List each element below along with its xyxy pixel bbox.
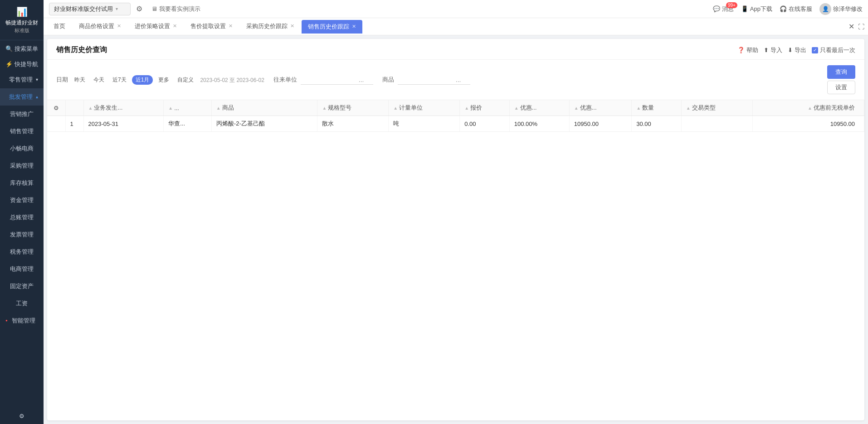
date-btn-yesterday[interactable]: 昨天 <box>72 75 88 85</box>
logo-text-line2: 标准版 <box>15 28 29 33</box>
th-unit[interactable]: ▲ 计量单位 <box>389 100 460 116</box>
from-unit-label: 往来单位 <box>273 76 297 84</box>
export-label: 导出 <box>795 46 806 54</box>
workspace-selector[interactable]: 好业财标准版交付试用 ▾ <box>49 3 131 15</box>
tabbar-close-icon[interactable]: ✕ <box>848 22 854 31</box>
th-extra-label: ... <box>174 105 179 111</box>
tab-sell-extract-close[interactable]: ✕ <box>229 23 233 29</box>
page-content: 销售历史价查询 ❓ 帮助 ⬆ 导入 ⬇ 导出 只看最后一次 <box>47 39 864 420</box>
th-pretax-sort-asc: ▲ <box>808 106 812 111</box>
sidebar-settings-btn[interactable]: ⚙ <box>0 408 44 424</box>
sidebar-item-purchase[interactable]: 采购管理 <box>0 157 44 174</box>
tab-purchase-history-close[interactable]: ✕ <box>290 23 294 29</box>
th-discount1[interactable]: ▲ 优惠... <box>509 100 569 116</box>
td-qty: 30.00 <box>632 116 681 132</box>
sidebar-item-ecommerce[interactable]: 电商管理 <box>0 260 44 278</box>
sidebar-item-marketing[interactable]: 营销推广 <box>0 106 44 123</box>
workspace-selector-arrow: ▾ <box>116 6 118 11</box>
date-btn-7days[interactable]: 近7天 <box>110 75 129 85</box>
user-menu[interactable]: 👤 徐泽华修改 <box>819 3 863 15</box>
message-btn[interactable]: 💬 消息 99+ <box>713 5 734 13</box>
sidebar-item-inventory[interactable]: 库存核算 <box>0 174 44 192</box>
td-discount1: 100.00% <box>509 116 569 132</box>
logo-text-line1: 畅捷通好业财 <box>5 19 38 26</box>
service-btn[interactable]: 🎧 在线客服 <box>780 5 812 13</box>
export-btn[interactable]: ⬇ 导出 <box>788 46 806 54</box>
tab-sell-history[interactable]: 销售历史价跟踪 ✕ <box>302 20 362 34</box>
th-biz-date-label: 业务发生... <box>94 104 122 112</box>
last-only-checkbox[interactable]: 只看最后一次 <box>812 46 855 54</box>
quick-nav-icon: ⚡ <box>5 61 13 67</box>
tab-sell-history-label: 销售历史价跟踪 <box>308 23 349 31</box>
date-btn-custom[interactable]: 自定义 <box>175 75 196 85</box>
sidebar-item-finance[interactable]: 资金管理 <box>0 192 44 209</box>
table-row[interactable]: 1 2023-05-31 华查... 丙烯酸-2-乙基己酯 散水 吨 0.00 … <box>47 116 864 132</box>
th-qty[interactable]: ▲ 数量 <box>632 100 681 116</box>
th-price-sort-asc: ▲ <box>464 106 469 111</box>
th-trade-type-label: 交易类型 <box>692 104 716 112</box>
th-discount1-label: 优惠... <box>520 104 537 112</box>
sidebar-item-smart[interactable]: 智能管理 <box>0 312 44 329</box>
settings-button[interactable]: 设置 <box>827 81 855 94</box>
from-unit-dots-btn[interactable]: ... <box>359 76 364 83</box>
th-gear[interactable]: ⚙ <box>47 100 65 116</box>
date-btn-1month[interactable]: 近1月 <box>132 75 153 85</box>
sidebar-item-invoice[interactable]: 发票管理 <box>0 226 44 243</box>
page-title: 销售历史价查询 <box>56 45 107 55</box>
tab-sell-history-close[interactable]: ✕ <box>352 24 356 29</box>
topbar-demo-btn[interactable]: 🖥 我要看实例演示 <box>151 5 200 13</box>
th-trade-type[interactable]: ▲ 交易类型 <box>681 100 752 116</box>
sidebar-item-tax[interactable]: 税务管理 <box>0 243 44 260</box>
date-btn-today[interactable]: 今天 <box>91 75 107 85</box>
checkbox-checked-icon <box>812 47 818 53</box>
topbar-gear-icon[interactable]: ⚙ <box>136 5 142 13</box>
from-unit-input[interactable] <box>302 76 357 83</box>
th-pretax-label: 优惠前无税单价 <box>814 104 855 112</box>
tab-home[interactable]: 首页 <box>47 19 72 34</box>
query-button[interactable]: 查询 <box>827 65 855 79</box>
tab-purchase-history[interactable]: 采购历史价跟踪 ✕ <box>240 19 301 34</box>
sidebar-item-retail[interactable]: 零售管理 ▾ <box>0 71 44 88</box>
th-price[interactable]: ▲ 报价 <box>460 100 509 116</box>
tab-price[interactable]: 商品价格设置 ✕ <box>73 19 127 34</box>
sidebar-item-quick-nav[interactable]: ⚡ 快捷导航 <box>0 58 44 71</box>
help-btn[interactable]: ❓ 帮助 <box>737 46 758 54</box>
sidebar-wholesale-label: 批发管理 <box>5 93 36 101</box>
th-spec[interactable]: ▲ 规格型号 <box>317 100 389 116</box>
tab-purchase-strategy-label: 进价策略设置 <box>135 22 170 30</box>
product-input[interactable] <box>400 76 454 83</box>
th-biz-date[interactable]: ▲ 业务发生... <box>83 100 164 116</box>
demo-icon: 🖥 <box>151 5 157 12</box>
product-group: 商品 ... <box>382 75 470 85</box>
sidebar-retail-arrow: ▾ <box>36 77 38 82</box>
th-unit-sort-asc: ▲ <box>393 106 398 111</box>
td-biz-date: 2023-05-31 <box>83 116 164 132</box>
th-product[interactable]: ▲ 商品 <box>211 100 317 116</box>
tab-sell-extract[interactable]: 售价提取设置 ✕ <box>184 19 239 34</box>
sidebar-item-sales[interactable]: 销售管理 <box>0 123 44 140</box>
sidebar: 📊 畅捷通好业财 标准版 🔍 搜索菜单 ⚡ 快捷导航 零售管理 ▾ 批发管理 ▴… <box>0 0 44 424</box>
search-icon: 🔍 <box>5 45 13 52</box>
sidebar-item-general-ledger[interactable]: 总账管理 <box>0 209 44 226</box>
sidebar-item-wholesale[interactable]: 批发管理 ▴ <box>0 88 44 106</box>
tab-price-close[interactable]: ✕ <box>117 23 121 29</box>
th-extra[interactable]: ▲ ... <box>164 100 212 116</box>
th-discount2[interactable]: ▲ 优惠... <box>569 100 631 116</box>
sidebar-item-search[interactable]: 🔍 搜索菜单 <box>0 40 44 58</box>
product-dots-btn[interactable]: ... <box>456 76 461 83</box>
app-download-label: App下载 <box>750 5 772 13</box>
tab-purchase-strategy-close[interactable]: ✕ <box>173 23 177 29</box>
sidebar-wholesale-arrow: ▴ <box>36 94 38 99</box>
app-download-btn[interactable]: 📱 App下载 <box>741 5 772 13</box>
th-price-label: 报价 <box>470 104 482 112</box>
sidebar-item-fixed-assets[interactable]: 固定资产 <box>0 278 44 295</box>
tab-purchase-strategy[interactable]: 进价策略设置 ✕ <box>128 19 183 34</box>
help-label: 帮助 <box>746 46 758 54</box>
main-area: 好业财标准版交付试用 ▾ ⚙ 🖥 我要看实例演示 💬 消息 99+ 📱 App下… <box>44 0 868 424</box>
import-btn[interactable]: ⬆ 导入 <box>764 46 782 54</box>
date-btn-more[interactable]: 更多 <box>156 75 172 85</box>
th-pretax-price[interactable]: ▲ 优惠前无税单价 <box>752 100 864 116</box>
sidebar-item-payroll[interactable]: 工资 <box>0 295 44 312</box>
tabbar-expand-icon[interactable]: ⛶ <box>858 23 864 30</box>
sidebar-item-xiaochang[interactable]: 小畅电商 <box>0 140 44 157</box>
